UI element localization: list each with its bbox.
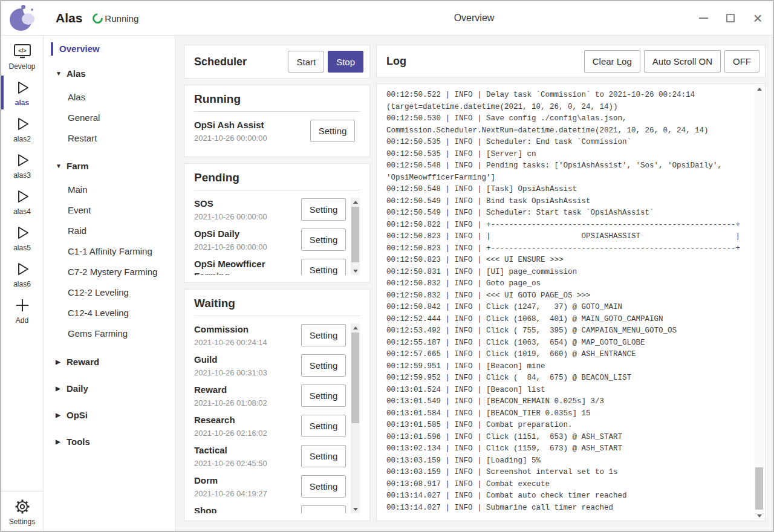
rail-item-add[interactable]: Add xyxy=(1,292,43,328)
scroll-down-icon[interactable] xyxy=(351,267,360,275)
rail-item-label: alas6 xyxy=(13,280,31,288)
nav-group-label: Alas xyxy=(67,65,86,82)
log-line: 00:12:50.822 | INFO | +-----------------… xyxy=(386,219,744,232)
task-setting-button[interactable]: Setting xyxy=(301,229,346,251)
rail-item-label: alas3 xyxy=(13,171,31,180)
task-setting-button[interactable]: Setting xyxy=(301,354,346,377)
maximize-icon xyxy=(726,14,735,22)
task-setting-button[interactable]: Setting xyxy=(310,120,355,142)
nav-group-header-farm[interactable]: Farm xyxy=(44,158,175,175)
rail-item-instance[interactable]: alas4 xyxy=(1,183,43,219)
nav-item[interactable]: Gems Farming xyxy=(44,323,175,344)
nav-item[interactable]: C1-1 Affinity Farming xyxy=(44,241,175,262)
rail-item-instance[interactable]: alas3 xyxy=(1,147,43,183)
minimize-button[interactable] xyxy=(698,13,709,24)
rail-item-settings[interactable]: Settings xyxy=(1,491,43,531)
waiting-scrollbar[interactable] xyxy=(351,323,360,513)
nav-group-label: Tools xyxy=(67,433,90,450)
rail-item-alas-active[interactable]: alas xyxy=(1,74,43,111)
rail-item-instance[interactable]: alas5 xyxy=(1,219,43,256)
task-row: OpSi Meowfficer Farming Setting xyxy=(194,258,346,275)
chevron-down-icon xyxy=(56,65,67,82)
nav-group-header-collapsed[interactable]: OpSi xyxy=(44,407,175,424)
rail-item-label: alas5 xyxy=(13,244,31,252)
stop-button[interactable]: Stop xyxy=(328,51,363,73)
task-name: Reward xyxy=(194,384,301,396)
status-text: Running xyxy=(105,13,138,24)
task-setting-button[interactable]: Setting xyxy=(301,505,346,513)
rail-item-instance[interactable]: alas2 xyxy=(1,111,43,147)
instance-rail: </> Develop alas alas2 xyxy=(1,36,44,531)
maximize-button[interactable] xyxy=(725,13,736,24)
log-line: 00:13:01.596 | INFO | Click (1151, 653) … xyxy=(386,432,744,444)
scrollbar-thumb[interactable] xyxy=(351,207,359,262)
task-setting-button[interactable]: Setting xyxy=(301,259,346,275)
nav-menu: Overview Alas Alas General Restart xyxy=(44,36,175,531)
log-line: 00:12:59.952 | INFO | Click ( 84, 675) @… xyxy=(386,372,744,384)
nav-item[interactable]: Raid xyxy=(44,221,175,241)
log-line: 00:13:03.159 | INFO | [Loading] 5% xyxy=(386,455,744,467)
nav-item[interactable]: Alas xyxy=(44,87,175,108)
nav-group-header-collapsed[interactable]: Daily xyxy=(44,380,175,397)
scrollbar-thumb[interactable] xyxy=(351,332,359,423)
rail-item-develop[interactable]: </> Develop xyxy=(1,38,43,74)
task-setting-button[interactable]: Setting xyxy=(301,475,346,498)
task-setting-button[interactable]: Setting xyxy=(301,198,346,221)
minimize-icon xyxy=(699,18,708,19)
content-area: Scheduler Start Stop Running xyxy=(175,36,773,531)
start-button[interactable]: Start xyxy=(288,51,324,73)
clear-log-button[interactable]: Clear Log xyxy=(584,50,640,73)
play-icon xyxy=(14,224,31,242)
auto-scroll-on-button[interactable]: Auto Scroll ON xyxy=(644,50,721,73)
log-line: 00:12:50.548 | INFO | [Task] OpsiAshAssi… xyxy=(386,184,744,196)
task-setting-button[interactable]: Setting xyxy=(301,324,346,346)
pending-scrollbar[interactable] xyxy=(351,198,360,275)
alas-logo-icon xyxy=(8,4,37,32)
scroll-down-icon[interactable] xyxy=(754,511,764,520)
log-line: 00:12:55.187 | INFO | Click (1063, 654) … xyxy=(386,337,744,349)
task-row: SOS 2021-10-26 00:00:00 Setting xyxy=(194,198,346,222)
task-setting-button[interactable]: Setting xyxy=(301,445,346,467)
task-setting-button[interactable]: Setting xyxy=(301,384,346,407)
task-name: Commission xyxy=(194,323,301,336)
nav-item-overview[interactable]: Overview xyxy=(44,42,175,56)
window-controls: × xyxy=(692,1,763,35)
chevron-down-icon xyxy=(56,158,67,175)
task-row: Commission 2021-10-26 00:24:14 Setting xyxy=(194,323,346,348)
rail-item-instance[interactable]: alas6 xyxy=(1,256,43,292)
waiting-task-list: Commission 2021-10-26 00:24:14 Setting G… xyxy=(194,323,351,513)
log-line: 00:13:01.549 | INFO | [BEACON_REMAIN 0.0… xyxy=(386,396,744,408)
scroll-up-icon[interactable] xyxy=(754,85,764,93)
log-line: Commission.Scheduler.NextRun=datetime.da… xyxy=(386,125,744,137)
nav-group-header-alas[interactable]: Alas xyxy=(44,65,175,82)
nav-item[interactable]: C12-4 Leveling xyxy=(44,303,175,323)
scrollbar-thumb[interactable] xyxy=(755,467,763,510)
task-name: Guild xyxy=(194,354,301,366)
close-button[interactable]: × xyxy=(752,13,763,24)
task-next-run: 2021-10-26 02:45:50 xyxy=(194,458,301,469)
nav-group-header-collapsed[interactable]: Tools xyxy=(44,433,175,450)
task-setting-button[interactable]: Setting xyxy=(301,415,346,437)
nav-item[interactable]: Restart xyxy=(44,128,175,149)
task-row: Tactical 2021-10-26 02:45:50 Setting xyxy=(194,444,346,469)
nav-item[interactable]: Event xyxy=(44,200,175,221)
running-title: Running xyxy=(194,92,360,112)
scroll-up-icon[interactable] xyxy=(351,198,360,206)
log-scrollbar[interactable] xyxy=(754,85,764,520)
nav-item[interactable]: C7-2 Mystery Farming xyxy=(44,262,175,282)
rail-item-label: Add xyxy=(16,316,28,325)
auto-scroll-off-button[interactable]: OFF xyxy=(724,50,759,73)
scroll-down-icon[interactable] xyxy=(351,505,360,513)
task-row: OpSi Ash Assist 2021-10-26 00:00:00 Sett… xyxy=(194,119,355,144)
nav-item[interactable]: Main xyxy=(44,180,175,200)
nav-item[interactable]: C12-2 Leveling xyxy=(44,282,175,303)
log-panel: 00:12:50.522 | INFO | Delay task `Commis… xyxy=(376,83,766,521)
app-window: Alas Running Overview × </> Deve xyxy=(0,0,774,532)
nav-group-label: Farm xyxy=(67,158,89,175)
rail-item-label: Settings xyxy=(9,517,35,526)
scroll-up-icon[interactable] xyxy=(351,323,360,332)
nav-item[interactable]: General xyxy=(44,108,175,128)
log-title: Log xyxy=(386,55,584,68)
nav-children-farm: Main Event Raid C1-1 Affinity Farming C7… xyxy=(44,180,175,344)
nav-group-header-collapsed[interactable]: Reward xyxy=(44,354,175,371)
